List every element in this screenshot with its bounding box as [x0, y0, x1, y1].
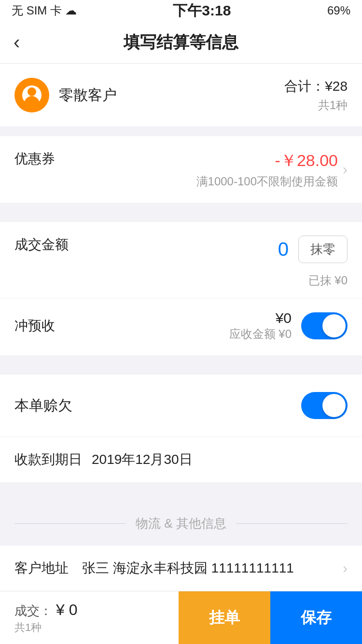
precollect-value-block: ¥0 应收金额 ¥0	[229, 310, 292, 342]
coupon-chevron-icon: ›	[343, 161, 348, 178]
debt-label: 本单赊欠	[14, 396, 72, 416]
bottom-info: 成交： ¥ 0 共1种	[0, 601, 179, 635]
customer-info: 零散客户	[14, 78, 117, 112]
coupon-desc: 满1000-100不限制使用金额	[196, 174, 338, 189]
address-label: 客户地址	[14, 559, 72, 577]
coupon-value: -￥28.00	[196, 150, 338, 172]
duedate-value: 2019年12月30日	[92, 450, 193, 469]
address-value: 张三 海淀永丰科技园 11111111111	[82, 559, 338, 577]
customer-total: 合计：¥28 共1种	[284, 77, 348, 113]
toggle-knob	[322, 314, 346, 337]
logistics-line-right	[236, 523, 348, 524]
back-button[interactable]: ‹	[14, 31, 20, 53]
logistics-line-left	[14, 523, 126, 524]
precollect-toggle[interactable]	[301, 312, 348, 339]
round-button[interactable]: 抹零	[298, 236, 348, 263]
total-count: 共1种	[284, 98, 348, 113]
coupon-label: 优惠券	[14, 150, 55, 168]
precollect-right: ¥0 应收金额 ¥0	[229, 310, 348, 342]
customer-card: 零散客户 合计：¥28 共1种	[0, 64, 362, 126]
bottom-deal-label: 成交：	[14, 602, 52, 619]
save-button[interactable]: 保存	[270, 591, 362, 644]
amount-right: 0 抹零	[278, 236, 348, 263]
amount-value: 0	[278, 238, 289, 260]
precollect-label: 冲预收	[14, 317, 55, 335]
coupon-row[interactable]: 优惠券 -￥28.00 满1000-100不限制使用金额 ›	[0, 136, 362, 203]
logistics-text: 物流 & 其他信息	[126, 515, 236, 532]
debt-row: 本单赊欠	[0, 375, 362, 436]
amount-label: 成交金额	[14, 236, 69, 254]
logistics-divider: 物流 & 其他信息	[0, 502, 362, 546]
bottom-deal-amount: ¥ 0	[56, 601, 77, 619]
bottom-bar: 成交： ¥ 0 共1种 挂单 保存	[0, 591, 362, 644]
section-divider-2	[0, 365, 362, 375]
debt-card: 本单赊欠 收款到期日 2019年12月30日	[0, 375, 362, 482]
bottom-count: 共1种	[14, 620, 164, 635]
status-time: 下午3:18	[173, 1, 231, 21]
debt-toggle-knob	[322, 394, 346, 417]
total-amount: 合计：¥28	[284, 77, 348, 96]
coupon-card: 优惠券 -￥28.00 满1000-100不限制使用金额 ›	[0, 136, 362, 203]
status-left: 无 SIM 卡 ☁	[12, 3, 77, 18]
nav-title: 填写结算等信息	[124, 31, 238, 54]
address-card: 客户地址 张三 海淀永丰科技园 11111111111 ›	[0, 546, 362, 591]
hang-single-button[interactable]: 挂单	[179, 591, 270, 644]
debt-toggle[interactable]	[301, 392, 348, 419]
precollect-value: ¥0	[229, 310, 292, 326]
section-divider-3	[0, 492, 362, 502]
customer-name: 零散客户	[59, 85, 117, 105]
nav-bar: ‹ 填写结算等信息	[0, 21, 362, 64]
address-row[interactable]: 客户地址 张三 海淀永丰科技园 11111111111 ›	[0, 546, 362, 591]
address-chevron-icon: ›	[343, 560, 348, 576]
avatar	[14, 78, 49, 112]
status-bar: 无 SIM 卡 ☁ 下午3:18 69%	[0, 0, 362, 21]
amount-row: 成交金额 0 抹零	[0, 222, 362, 273]
battery-label: 69%	[327, 4, 350, 17]
content: 零散客户 合计：¥28 共1种 优惠券 -￥28.00 满1000-100不限制…	[0, 64, 362, 644]
avatar-icon	[22, 85, 42, 105]
customer-row: 零散客户 合计：¥28 共1种	[0, 64, 362, 126]
transaction-card: 成交金额 0 抹零 已抹 ¥0 冲预收 ¥0 应收金额 ¥0	[0, 222, 362, 355]
section-divider-1	[0, 212, 362, 222]
duedate-row: 收款到期日 2019年12月30日	[0, 436, 362, 482]
sim-label: 无 SIM 卡 ☁	[12, 3, 77, 18]
precollect-row: 冲预收 ¥0 应收金额 ¥0	[0, 298, 362, 355]
duedate-label: 收款到期日	[14, 450, 82, 469]
status-right: 69%	[327, 4, 350, 17]
amount-sub: 已抹 ¥0	[0, 273, 362, 298]
precollect-sub: 应收金额 ¥0	[229, 326, 292, 342]
